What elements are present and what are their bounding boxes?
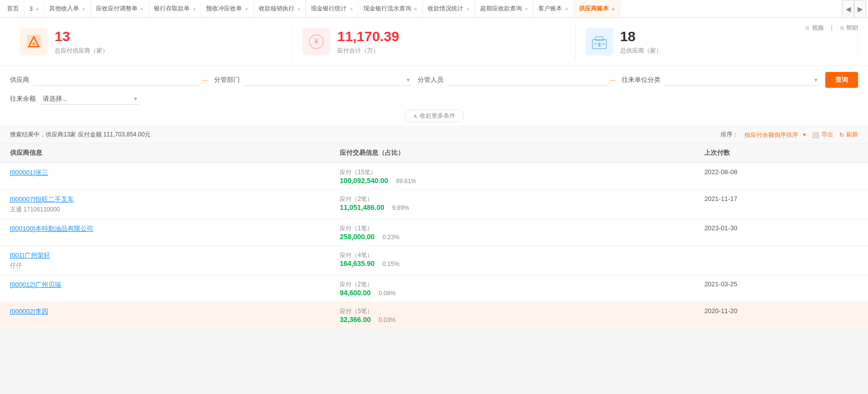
division-select[interactable] xyxy=(244,74,412,86)
supplier-link[interactable]: [000100]本特勤油品有限公司 xyxy=(10,225,93,232)
table-row: [000100]本特勤油品有限公司应付（1笔）258,000.000.23%20… xyxy=(0,219,868,246)
stat-ap-total-label: 应付合计（万） xyxy=(337,47,399,55)
stat-total-supplier-count: 18 xyxy=(620,28,662,45)
nav-tab-customer-ledger[interactable]: 客户账本 × xyxy=(533,0,574,18)
tx-info-cell: 应付（15笔）100,092,540.0089.61% xyxy=(330,163,694,190)
collapse-row: ∧ 收起更多条件 xyxy=(10,110,858,122)
supplier-table-wrap: 供应商信息 应付交易信息（占比） 上次付数 [000001]张三应付（15笔）1… xyxy=(0,143,868,329)
ap-total-icon: ¥ xyxy=(302,28,330,56)
stat-total-supplier-label: 总供应商（家） xyxy=(620,47,662,55)
nav-tab-other-income[interactable]: 其他收入单 × xyxy=(44,0,90,18)
export-button[interactable]: ⬜ 导出 xyxy=(812,131,833,139)
collapse-button[interactable]: ∧ 收起更多条件 xyxy=(405,110,464,122)
supplier-info-cell: [000001]张三 xyxy=(0,163,330,190)
close-icon[interactable]: × xyxy=(612,6,615,12)
last-payment-date: 2020-11-20 xyxy=(704,307,737,315)
manager-input[interactable] xyxy=(447,74,608,86)
stat-ap-supplier-label: 总应付供应商（家） xyxy=(55,47,108,55)
filter-balance-label: 往来余额 xyxy=(10,94,36,103)
filter-unit-type-label: 往来单位分类 xyxy=(622,75,660,84)
tx-info-cell: 应付（5笔）32,366.000.03% xyxy=(330,302,694,329)
stat-ap-total: ¥ 11,170.39 应付合计（万） xyxy=(292,24,575,60)
help-link[interactable]: ⊙ 帮助 xyxy=(840,24,858,32)
nav-tab-receipt-stat[interactable]: 收款情况统计 × xyxy=(423,0,475,18)
supplier-link[interactable]: [000007]恒旺二手叉车 xyxy=(10,196,74,203)
nav-tab-overdue-ar[interactable]: 超期应收款查询 × xyxy=(475,0,533,18)
refresh-button[interactable]: ↻ 刷新 xyxy=(839,131,858,139)
tx-info-cell: 应付（2笔）11,051,486.009.89% xyxy=(330,190,694,219)
tx-amount: 258,000.00 xyxy=(340,233,374,241)
sort-select[interactable]: 按应付余额倒序排序 xyxy=(744,131,806,138)
tx-percent: 0.03% xyxy=(379,317,396,324)
chevron-up-icon: ∧ xyxy=(413,113,418,120)
query-button[interactable]: 查询 xyxy=(825,72,858,88)
last-payment-cell: 2022-08-08 xyxy=(694,163,868,190)
supplier-link[interactable]: [000002]李四 xyxy=(10,308,48,315)
nav-tab-supplier-ledger[interactable]: 供应商账本 × xyxy=(574,0,620,18)
tx-label: 应付（15笔） xyxy=(340,168,684,177)
close-icon[interactable]: × xyxy=(466,6,469,12)
close-icon[interactable]: × xyxy=(193,6,196,12)
close-icon[interactable]: × xyxy=(297,6,300,12)
result-actions: 排序： 按应付余额倒序排序 ⬜ 导出 ↻ 刷新 xyxy=(721,131,858,139)
unit-type-select[interactable] xyxy=(664,74,820,86)
close-icon[interactable]: × xyxy=(565,6,568,12)
close-icon[interactable]: × xyxy=(82,6,85,12)
top-nav: 首页 3 × 其他收入单 × 应收应付调整单 × 银行存取款单 × 预收冲应收单… xyxy=(0,0,868,18)
svg-text:¥: ¥ xyxy=(314,37,319,46)
tx-label: 应付（2笔） xyxy=(340,195,684,203)
close-icon[interactable]: × xyxy=(36,6,39,12)
nav-tab-3[interactable]: 3 × xyxy=(24,0,44,18)
close-icon[interactable]: × xyxy=(245,6,248,12)
close-icon[interactable]: × xyxy=(414,6,417,12)
th-tx-info: 应付交易信息（占比） xyxy=(330,143,694,163)
tx-label: 应付（1笔） xyxy=(340,224,684,233)
supplier-sub-info: 仔仔 xyxy=(10,262,320,270)
nav-right-arrow[interactable]: ▶ xyxy=(854,0,866,18)
supplier-info-cell: [000100]本特勤油品有限公司 xyxy=(0,219,330,246)
tx-amount: 100,092,540.00 xyxy=(340,177,388,185)
nav-tab-cash-bank-flow[interactable]: 现金银行流水查询 × xyxy=(359,0,423,18)
tx-info-cell: 应付（1笔）258,000.000.23% xyxy=(330,219,694,246)
close-icon[interactable]: × xyxy=(525,6,528,12)
manager-ellipsis[interactable]: ··· xyxy=(610,76,616,84)
svg-point-1 xyxy=(32,42,35,45)
nav-tab-ar-ap-adjust[interactable]: 应收应付调整单 × xyxy=(91,0,149,18)
filter-supplier-label: 供应商 xyxy=(10,75,29,84)
filter-manager: 分管人员 ··· xyxy=(418,74,616,86)
supplier-link[interactable]: [000012]广州贝瑞 xyxy=(10,281,61,288)
nav-left-arrow[interactable]: ◀ xyxy=(842,0,854,18)
refresh-icon: ↻ xyxy=(839,131,844,138)
close-icon[interactable]: × xyxy=(350,6,353,12)
result-summary: 搜索结果中，供应商13家 应付金额 111,703,854.00元 xyxy=(10,131,150,139)
supplier-ellipsis[interactable]: ··· xyxy=(202,76,208,84)
close-icon[interactable]: × xyxy=(141,6,144,12)
nav-tab-receipt-exec[interactable]: 收款核销执行 × xyxy=(254,0,306,18)
stats-bar: 13 总应付供应商（家） ¥ 11,170.39 应付合计（万） 1 xyxy=(0,18,868,66)
supplier-info-cell: [001]广州荣轩仔仔 xyxy=(0,246,330,275)
table-row: [000012]广州贝瑞应付（2笔）94,600.000.08%2021-03-… xyxy=(0,275,868,302)
nav-tab-prepay-offset[interactable]: 预收冲应收单 × xyxy=(201,0,253,18)
filter-division-label: 分管部门 xyxy=(214,75,240,84)
supplier-link[interactable]: [000001]张三 xyxy=(10,169,48,176)
nav-tab-cash-bank-stat[interactable]: 现金银行统计 × xyxy=(306,0,358,18)
table-row: [000007]恒旺二手叉车王通 17106110000应付（2笔）11,051… xyxy=(0,190,868,219)
nav-tab-home[interactable]: 首页 xyxy=(2,0,24,18)
filter-unit-type: 往来单位分类 xyxy=(622,74,820,86)
supplier-input[interactable] xyxy=(33,74,200,86)
tx-info-cell: 应付（4笔）164,635.900.15% xyxy=(330,246,694,275)
nav-tab-bank-deposit[interactable]: 银行存取款单 × xyxy=(149,0,201,18)
tx-label: 应付（2笔） xyxy=(340,280,684,289)
video-link[interactable]: ⊙ 视频 xyxy=(805,24,823,32)
nav-arrows: ◀ ▶ xyxy=(842,0,866,18)
supplier-info-cell: [000012]广州贝瑞 xyxy=(0,275,330,302)
balance-select[interactable]: 请选择... xyxy=(40,93,139,105)
sort-select-wrap: 按应付余额倒序排序 xyxy=(744,131,806,138)
stat-ap-total-amount: 11,170.39 xyxy=(337,28,399,45)
table-row: [000002]李四应付（5笔）32,366.000.03%2020-11-20 xyxy=(0,302,868,329)
supplier-sub-info: 王通 17106110000 xyxy=(10,205,320,214)
tx-label: 应付（5笔） xyxy=(340,307,684,316)
tx-percent: 0.23% xyxy=(382,234,399,241)
supplier-link[interactable]: [001]广州荣轩 xyxy=(10,252,50,259)
sort-label: 排序： xyxy=(721,131,738,139)
